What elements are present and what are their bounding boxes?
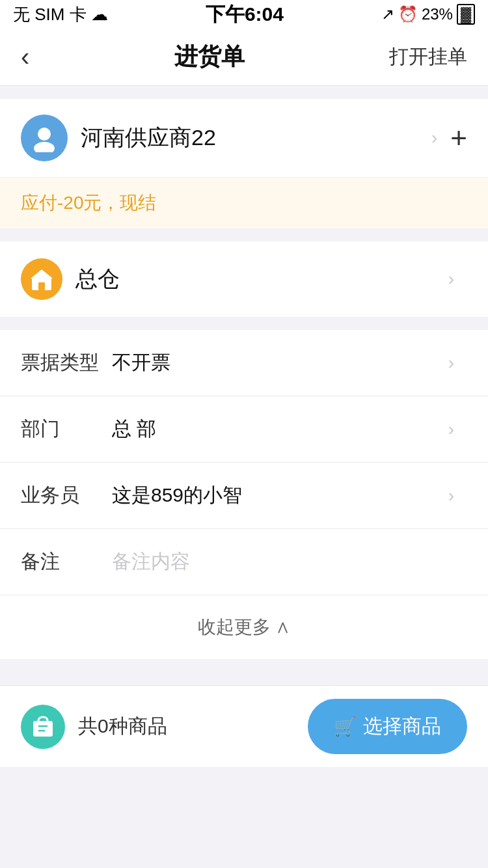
svg-point-1 <box>34 142 55 152</box>
gap-2 <box>0 228 488 241</box>
warehouse-chevron-icon: › <box>448 269 454 290</box>
status-time: 下午6:04 <box>206 1 284 28</box>
back-button[interactable]: ‹ <box>21 42 29 72</box>
status-left: 无 SIM 卡 ☁ <box>13 3 108 26</box>
add-supplier-button[interactable]: + <box>450 122 467 154</box>
remark-label: 备注 <box>21 549 112 575</box>
salesperson-label: 业务员 <box>21 482 112 509</box>
battery-icon: ▓ <box>457 4 475 25</box>
department-row[interactable]: 部门 总 部 › <box>0 396 488 462</box>
warehouse-section: 总仓 › <box>0 241 488 317</box>
alarm-icon: ⏰ <box>398 5 418 23</box>
warehouse-name: 总仓 <box>75 264 448 294</box>
bottom-bar: 共0种商品 🛒 选择商品 <box>0 685 488 767</box>
gap-1 <box>0 86 488 99</box>
svg-point-0 <box>38 128 51 141</box>
person-icon <box>30 124 59 152</box>
collapse-button[interactable]: 收起更多 ∧ <box>0 595 488 659</box>
warehouse-row[interactable]: 总仓 › <box>0 241 488 317</box>
department-chevron-icon: › <box>448 419 454 440</box>
open-pending-button[interactable]: 打开挂单 <box>389 44 467 70</box>
salesperson-row[interactable]: 业务员 这是859的小智 › <box>0 462 488 528</box>
remark-row[interactable]: 备注 备注内容 <box>0 528 488 595</box>
gap-4 <box>0 659 488 672</box>
select-product-button[interactable]: 🛒 选择商品 <box>308 699 467 754</box>
select-product-label: 选择商品 <box>363 713 441 740</box>
status-right: ↗ ⏰ 23% ▓ <box>381 4 475 25</box>
department-label: 部门 <box>21 416 112 442</box>
form-section: 票据类型 不开票 › 部门 总 部 › 业务员 这是859的小智 › 备注 备注… <box>0 330 488 659</box>
supplier-chevron-icon: › <box>431 128 437 148</box>
supplier-section: 河南供应商22 › + 应付-20元，现结 <box>0 99 488 228</box>
page-title: 进货单 <box>174 41 245 73</box>
salesperson-value: 这是859的小智 <box>112 482 448 509</box>
invoice-type-label: 票据类型 <box>21 349 112 376</box>
location-icon: ↗ <box>381 5 394 23</box>
svg-marker-3 <box>31 269 53 278</box>
remark-input[interactable]: 备注内容 <box>112 549 467 575</box>
supplier-row[interactable]: 河南供应商22 › + <box>0 99 488 178</box>
product-count-icon <box>21 705 65 749</box>
svg-rect-4 <box>38 282 45 290</box>
nav-bar: ‹ 进货单 打开挂单 <box>0 29 488 86</box>
cart-plus-icon: 🛒 <box>334 716 357 737</box>
gap-3 <box>0 317 488 330</box>
svg-rect-5 <box>33 721 53 737</box>
battery-level: 23% <box>422 5 453 23</box>
salesperson-chevron-icon: › <box>448 485 454 506</box>
department-value: 总 部 <box>112 416 448 442</box>
invoice-type-value: 不开票 <box>112 349 448 376</box>
sim-status: 无 SIM 卡 ☁ <box>13 3 108 26</box>
status-bar: 无 SIM 卡 ☁ 下午6:04 ↗ ⏰ 23% ▓ <box>0 0 488 29</box>
product-count-text: 共0种商品 <box>78 713 308 740</box>
invoice-type-chevron-icon: › <box>448 353 454 373</box>
warehouse-icon <box>21 258 62 300</box>
invoice-type-row[interactable]: 票据类型 不开票 › <box>0 330 488 396</box>
alert-banner: 应付-20元，现结 <box>0 178 488 228</box>
supplier-avatar <box>21 115 68 161</box>
page-background <box>0 767 488 868</box>
supplier-name: 河南供应商22 <box>81 123 431 153</box>
